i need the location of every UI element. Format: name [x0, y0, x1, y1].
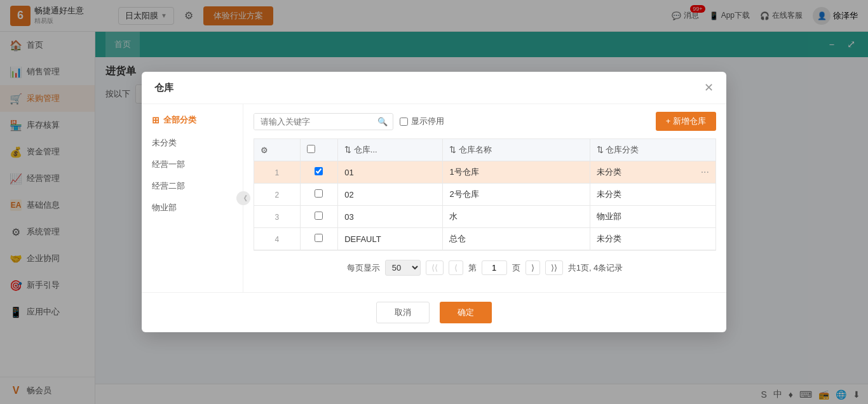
- row-gear-cell: 1: [254, 161, 301, 184]
- category-sidebar: ⊞ 全部分类 未分类 经营一部 经营二部 物业部 《: [142, 104, 243, 292]
- pagination: 每页显示 50 100 200 ⟨⟨ ⟨ 第 页 ⟩ ⟩⟩ 共1页, 4条记录: [254, 250, 716, 285]
- modal-body: ⊞ 全部分类 未分类 经营一部 经营二部 物业部 《 🔍: [142, 104, 726, 292]
- row-check-cell: [300, 184, 337, 206]
- page-suffix-label: 页: [512, 262, 520, 274]
- page-number-input[interactable]: [482, 260, 507, 275]
- row-num: 2: [275, 191, 280, 199]
- sort-icon-name: ⇅: [449, 145, 456, 154]
- cancel-button[interactable]: 取消: [376, 302, 430, 323]
- show-disabled-label: 显示停用: [400, 116, 444, 127]
- per-page-label: 每页显示: [347, 262, 380, 274]
- row-name-cell: 1号仓库: [443, 161, 590, 184]
- modal-overlay: 仓库 ✕ ⊞ 全部分类 未分类 经营一部 经营二部 物业部 《: [0, 0, 868, 404]
- table-row: 3 03 水 物业部: [254, 206, 716, 228]
- modal-title: 仓库: [154, 82, 173, 94]
- col-header-gear: ⚙: [254, 139, 301, 161]
- category-item-unclassified[interactable]: 未分类: [142, 132, 243, 154]
- row-name-cell: 水: [443, 206, 590, 228]
- row-num: 3: [275, 213, 280, 222]
- row-num: 1: [275, 168, 280, 177]
- row-checkbox[interactable]: [315, 189, 323, 198]
- row-check-cell: [300, 228, 337, 250]
- row-gear-cell: 4: [254, 228, 301, 250]
- table-area: 🔍 显示停用 + 新增仓库 ⚙: [243, 104, 726, 292]
- row-checkbox[interactable]: [315, 167, 323, 175]
- table-row: 2 02 2号仓库 未分类: [254, 184, 716, 206]
- last-page-button[interactable]: ⟩⟩: [545, 260, 563, 275]
- search-input[interactable]: [254, 114, 372, 130]
- table-header-row: ⚙ ⇅ 仓库... ⇅ 仓库名称: [254, 139, 716, 161]
- row-code-cell: 03: [338, 206, 443, 228]
- col-header-name: ⇅ 仓库名称: [443, 139, 590, 161]
- modal-header: 仓库 ✕: [142, 72, 726, 104]
- category-item-ops1[interactable]: 经营一部: [142, 154, 243, 175]
- row-code-cell: 01: [338, 161, 443, 184]
- confirm-button[interactable]: 确定: [440, 302, 492, 323]
- row-cat-cell: 未分类: [590, 228, 715, 250]
- gear-header-icon: ⚙: [261, 145, 268, 155]
- first-page-button[interactable]: ⟨⟨: [426, 260, 444, 275]
- row-cat-cell: 未分类 ···: [590, 161, 715, 184]
- row-num: 4: [275, 235, 280, 244]
- select-all-checkbox[interactable]: [307, 145, 315, 153]
- row-cat-cell: 未分类: [590, 184, 715, 206]
- row-cat-cell: 物业部: [590, 206, 715, 228]
- table-row: 1 01 1号仓库 未分类 ···: [254, 161, 716, 184]
- row-name-cell: 2号仓库: [443, 184, 590, 206]
- col-header-code: ⇅ 仓库...: [338, 139, 443, 161]
- row-check-cell: [300, 161, 337, 184]
- row-checkbox[interactable]: [315, 212, 323, 220]
- row-code-cell: 02: [338, 184, 443, 206]
- sort-icon: ⇅: [344, 145, 351, 154]
- warehouse-table: ⚙ ⇅ 仓库... ⇅ 仓库名称: [254, 138, 716, 250]
- row-code-cell: DEFAULT: [338, 228, 443, 250]
- all-categories-item[interactable]: ⊞ 全部分类: [142, 109, 243, 132]
- col-header-check: [300, 139, 337, 161]
- search-icon[interactable]: 🔍: [372, 114, 393, 130]
- search-box: 🔍: [254, 113, 393, 130]
- page-prefix-label: 第: [468, 262, 477, 274]
- total-info: 共1页, 4条记录: [568, 262, 623, 274]
- col-header-cat: ⇅ 仓库分类: [590, 139, 715, 161]
- category-item-property[interactable]: 物业部: [142, 197, 243, 219]
- category-item-ops2[interactable]: 经营二部: [142, 175, 243, 197]
- prev-page-button[interactable]: ⟨: [449, 260, 463, 275]
- sort-icon-cat: ⇅: [597, 145, 604, 154]
- row-actions[interactable]: ···: [701, 166, 709, 178]
- warehouse-modal: 仓库 ✕ ⊞ 全部分类 未分类 经营一部 经营二部 物业部 《: [142, 72, 726, 332]
- table-row: 4 DEFAULT 总仓 未分类: [254, 228, 716, 250]
- row-gear-cell: 2: [254, 184, 301, 206]
- category-toggle-button[interactable]: 《: [236, 191, 250, 205]
- show-disabled-checkbox[interactable]: [400, 118, 408, 126]
- row-gear-cell: 3: [254, 206, 301, 228]
- table-toolbar: 🔍 显示停用 + 新增仓库: [254, 112, 716, 131]
- all-categories-label: 全部分类: [163, 114, 196, 126]
- row-checkbox[interactable]: [315, 234, 323, 242]
- row-name-cell: 总仓: [443, 228, 590, 250]
- add-warehouse-button[interactable]: + 新增仓库: [656, 112, 716, 131]
- next-page-button[interactable]: ⟩: [526, 260, 540, 275]
- per-page-select[interactable]: 50 100 200: [385, 260, 421, 276]
- modal-footer: 取消 确定: [142, 292, 726, 332]
- modal-close-button[interactable]: ✕: [704, 81, 714, 95]
- row-check-cell: [300, 206, 337, 228]
- show-disabled-text: 显示停用: [411, 116, 444, 127]
- grid-icon: ⊞: [152, 115, 159, 125]
